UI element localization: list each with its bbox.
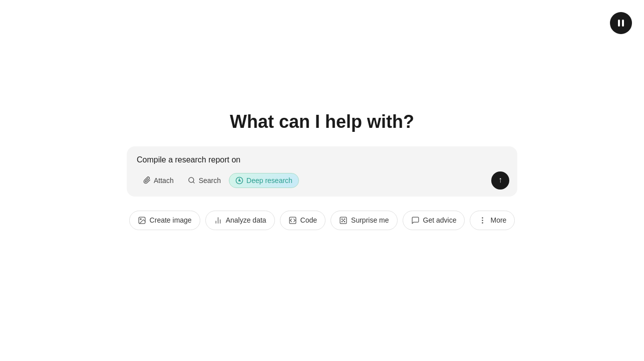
analyze-data-button[interactable]: Analyze data [205,211,275,230]
svg-line-1 [193,182,195,183]
pause-bar-right [622,20,624,27]
code-icon [288,216,297,225]
svg-point-11 [344,219,345,219]
deep-research-button[interactable]: Deep research [229,173,299,188]
get-advice-icon [411,216,420,225]
main-content: What can I help with? Attach [127,111,517,230]
get-advice-button[interactable]: Get advice [403,211,465,230]
search-icon [188,176,196,185]
svg-point-10 [342,219,342,219]
create-image-icon [138,216,146,225]
more-icon [478,216,487,225]
more-label: More [490,216,506,224]
analyze-data-icon [214,216,222,225]
more-button[interactable]: More [470,211,515,230]
input-container: Attach Search [127,146,517,197]
submit-button[interactable]: ↑ [491,171,509,190]
surprise-me-icon [339,216,348,225]
search-label: Search [199,176,221,185]
main-input[interactable] [137,155,509,164]
svg-point-12 [342,221,342,222]
attach-button[interactable]: Attach [137,173,180,188]
pause-button[interactable] [610,12,632,34]
submit-arrow-icon: ↑ [498,176,502,184]
surprise-me-label: Surprise me [351,216,389,224]
deep-research-label: Deep research [246,176,292,185]
search-button[interactable]: Search [182,173,227,188]
toolbar-left: Attach Search [137,173,299,188]
svg-point-16 [482,220,483,220]
create-image-label: Create image [150,216,192,224]
svg-point-17 [482,222,483,223]
surprise-me-button[interactable]: Surprise me [331,211,397,230]
code-label: Code [300,216,317,224]
svg-rect-9 [340,217,347,224]
analyze-data-label: Analyze data [226,216,266,224]
code-button[interactable]: Code [280,211,326,230]
svg-point-4 [140,218,141,219]
quick-actions: Create image Analyze data Code [129,211,515,230]
deep-research-icon [235,176,243,185]
create-image-button[interactable]: Create image [129,211,200,230]
input-toolbar: Attach Search [137,171,509,190]
page-headline: What can I help with? [230,111,414,132]
get-advice-label: Get advice [423,216,457,224]
attach-icon [143,176,151,185]
svg-point-2 [238,179,240,182]
svg-point-13 [344,221,345,222]
pause-bar-left [618,20,620,27]
attach-label: Attach [154,176,174,185]
svg-point-14 [343,220,344,220]
svg-point-15 [482,217,483,218]
